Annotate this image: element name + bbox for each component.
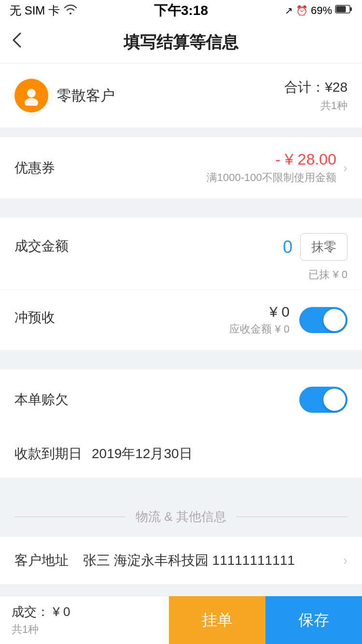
transaction-amount-row: 成交金额 0 抹零 已抹 ¥ 0 xyxy=(0,218,362,290)
advance-toggle[interactable] xyxy=(299,307,348,333)
bottom-deal-amount: ¥ 0 xyxy=(53,604,70,619)
status-right: ↗ ⏰ 69% xyxy=(285,4,352,17)
advance-label: 冲预收 xyxy=(14,304,55,327)
advance-right: ¥ 0 应收金额 ¥ 0 xyxy=(229,304,348,336)
coupon-row[interactable]: 优惠券 - ¥ 28.00 满1000-100不限制使用金额 › xyxy=(0,137,362,198)
save-button-label: 保存 xyxy=(298,610,329,631)
alarm-icon: ⏰ xyxy=(296,5,308,16)
nav-bar: 填写结算等信息 xyxy=(0,21,362,64)
section-divider-1 xyxy=(0,208,362,218)
customer-total: 合计：¥28 xyxy=(284,78,348,97)
advance-row: 冲预收 ¥ 0 应收金额 ¥ 0 xyxy=(0,290,362,350)
battery-percent: 69% xyxy=(311,4,332,17)
page-title: 填写结算等信息 xyxy=(124,31,238,54)
bottom-deal-label: 成交： xyxy=(12,604,49,619)
coupon-text: - ¥ 28.00 满1000-100不限制使用金额 xyxy=(207,151,336,185)
back-button[interactable] xyxy=(12,31,22,53)
svg-rect-2 xyxy=(336,6,346,13)
customer-right: 合计：¥28 共1种 xyxy=(284,78,348,113)
customer-name: 零散客户 xyxy=(57,86,115,106)
svg-point-4 xyxy=(25,98,38,106)
transaction-right: 0 抹零 已抹 ¥ 0 xyxy=(254,233,348,282)
coupon-sub: 满1000-100不限制使用金额 xyxy=(207,170,336,185)
logistics-text: 物流 & 其他信息 xyxy=(136,508,226,525)
battery-icon xyxy=(335,4,352,17)
status-left: 无 SIM 卡 xyxy=(10,3,77,18)
transaction-amount-input[interactable]: 0 xyxy=(254,237,292,257)
debt-toggle[interactable] xyxy=(299,387,348,413)
svg-rect-1 xyxy=(350,7,352,11)
customer-avatar xyxy=(14,79,48,112)
bottom-bar: 成交： ¥ 0 共1种 挂单 保存 xyxy=(0,596,362,644)
address-chevron-icon: › xyxy=(343,553,348,568)
chevron-right-icon: › xyxy=(343,160,348,176)
status-time: 下午3:18 xyxy=(154,1,208,20)
advance-sub: 应收金额 ¥ 0 xyxy=(229,322,290,336)
wifi-icon xyxy=(64,4,77,17)
due-date-label: 收款到期日 xyxy=(14,445,82,463)
transaction-sub: 已抹 ¥ 0 xyxy=(308,267,348,282)
main-content: 零散客户 合计：¥28 共1种 优惠券 - ¥ 28.00 满1000-100不… xyxy=(0,64,362,644)
debt-section: 本单赊欠 收款到期日 2019年12月30日 xyxy=(0,369,362,477)
coupon-section: 优惠券 - ¥ 28.00 满1000-100不限制使用金额 › xyxy=(0,137,362,198)
debt-row: 本单赊欠 xyxy=(0,369,362,430)
customer-left: 零散客户 xyxy=(14,79,115,112)
address-section: 客户地址 张三 海淀永丰科技园 11111111111 › xyxy=(0,537,362,584)
transaction-label: 成交金额 xyxy=(14,233,69,255)
status-bar: 无 SIM 卡 下午3:18 ↗ ⏰ 69% xyxy=(0,0,362,21)
section-divider-2 xyxy=(0,360,362,369)
customer-row: 零散客户 合计：¥28 共1种 xyxy=(0,64,362,127)
advance-amount: ¥ 0 xyxy=(229,304,290,320)
logistics-line-left xyxy=(14,517,126,517)
carrier-text: 无 SIM 卡 xyxy=(10,3,60,18)
bottom-info: 成交： ¥ 0 共1种 xyxy=(0,603,169,637)
logistics-line-right xyxy=(236,517,348,517)
coupon-label: 优惠券 xyxy=(14,159,55,177)
hang-button-label: 挂单 xyxy=(202,610,233,631)
due-date-value[interactable]: 2019年12月30日 xyxy=(92,445,193,463)
address-value: 张三 海淀永丰科技园 11111111111 xyxy=(83,551,338,570)
transaction-section: 成交金额 0 抹零 已抹 ¥ 0 冲预收 ¥ 0 应收金额 ¥ 0 xyxy=(0,218,362,350)
debt-label: 本单赊欠 xyxy=(14,391,69,409)
save-button[interactable]: 保存 xyxy=(265,596,362,644)
advance-toggle-knob xyxy=(323,309,346,331)
customer-count: 共1种 xyxy=(284,98,348,113)
advance-text: ¥ 0 应收金额 ¥ 0 xyxy=(229,304,290,336)
address-row[interactable]: 客户地址 张三 海淀永丰科技园 11111111111 › xyxy=(0,537,362,584)
address-label: 客户地址 xyxy=(14,551,69,570)
hang-button[interactable]: 挂单 xyxy=(169,596,265,644)
debt-toggle-knob xyxy=(323,389,346,411)
round-off-button[interactable]: 抹零 xyxy=(300,233,348,261)
bottom-count: 共1种 xyxy=(12,622,157,637)
logistics-divider: 物流 & 其他信息 xyxy=(0,497,362,537)
svg-point-3 xyxy=(27,89,36,98)
coupon-amount: - ¥ 28.00 xyxy=(207,151,336,168)
section-divider-3 xyxy=(0,487,362,497)
location-icon: ↗ xyxy=(285,5,293,16)
customer-section: 零散客户 合计：¥28 共1种 xyxy=(0,64,362,127)
bottom-deal-text: 成交： ¥ 0 xyxy=(12,603,157,620)
due-date-row: 收款到期日 2019年12月30日 xyxy=(0,430,362,477)
coupon-right: - ¥ 28.00 满1000-100不限制使用金额 › xyxy=(207,151,348,185)
